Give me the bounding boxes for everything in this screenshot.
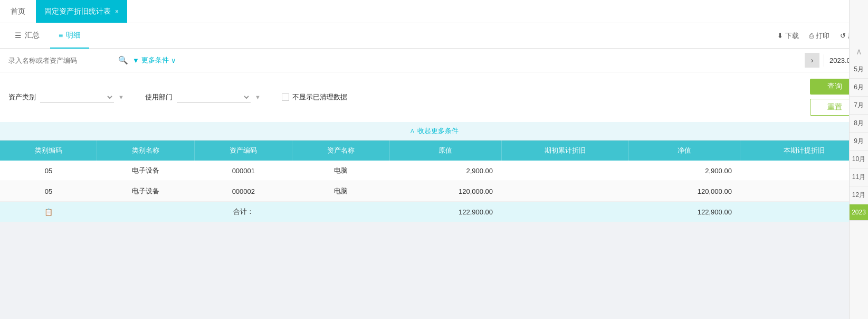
col-asset-name: 资产名称	[292, 140, 390, 161]
print-icon: ⎙	[809, 32, 814, 40]
sidebar-up-arrow[interactable]: ∧	[856, 42, 862, 61]
total-net-value: 122,900.00	[629, 202, 740, 222]
print-action[interactable]: ⎙ 打印	[809, 31, 829, 41]
more-conditions-button[interactable]: ▼ 更多条件 ∨	[132, 55, 176, 65]
sidebar-month-11[interactable]: 11月	[850, 168, 868, 186]
more-conditions-label: 更多条件	[141, 55, 169, 65]
sidebar-month-10[interactable]: 10月	[850, 151, 868, 168]
department-select[interactable]	[177, 91, 251, 103]
collapse-bar[interactable]: ∧ 收起更多条件	[0, 122, 868, 140]
table-total-row: 📋 合计： 122,900.00 122,900.00	[0, 202, 868, 222]
table-row: 05 电子设备 000001 电脑 2,900.00 2,900.00	[0, 161, 868, 181]
cell-asset-name: 电脑	[292, 181, 390, 202]
download-label: 下载	[785, 31, 799, 41]
sub-tabs-left: ☰ 汇总 ≡ 明细	[6, 23, 89, 49]
total-accumulated-depreciation	[501, 202, 629, 222]
data-table: 类别编码 类别名称 资产编码 资产名称 原值 期初累计折旧 净值 本期计提折旧 …	[0, 140, 868, 222]
cell-category-code: 05	[0, 161, 97, 181]
total-icon: 📋	[0, 202, 97, 222]
col-original-value: 原值	[390, 140, 501, 161]
sub-tabs-bar: ☰ 汇总 ≡ 明细 ⬇ 下载 ⎙ 打印 ↺ 刷新	[0, 23, 868, 49]
cell-asset-name: 电脑	[292, 161, 390, 181]
search-icon[interactable]: 🔍	[118, 55, 128, 65]
nav-tab-label: 固定资产折旧统计表	[44, 7, 111, 16]
refresh-icon: ↺	[840, 32, 846, 40]
summary-icon: ☰	[15, 31, 22, 40]
main-wrapper: ☰ 汇总 ≡ 明细 ⬇ 下载 ⎙ 打印 ↺ 刷新	[0, 23, 868, 319]
cell-net-value: 120,000.00	[629, 181, 740, 202]
department-field: 使用部门 ▼	[145, 91, 261, 103]
col-accumulated-depreciation: 期初累计折旧	[501, 140, 629, 161]
filter-row: 资产类别 ▼ 使用部门 ▼ 不显示已清理数据	[8, 79, 860, 122]
department-label: 使用部门	[145, 92, 173, 102]
hide-cleared-label: 不显示已清理数据	[292, 92, 347, 102]
download-action[interactable]: ⬇ 下载	[777, 31, 799, 41]
asset-category-field: 资产类别 ▼	[8, 91, 124, 103]
total-label: 合计：	[97, 202, 390, 222]
nav-tab-fixed-assets[interactable]: 固定资产折旧统计表 ×	[36, 0, 127, 23]
col-net-value: 净值	[629, 140, 740, 161]
top-nav: 首页 固定资产折旧统计表 × ×	[0, 0, 868, 23]
table-header-row: 类别编码 类别名称 资产编码 资产名称 原值 期初累计折旧 净值 本期计提折旧	[0, 140, 868, 161]
col-asset-code: 资产编码	[195, 140, 292, 161]
cell-accumulated-depreciation	[501, 181, 629, 202]
cell-asset-code: 000002	[195, 181, 292, 202]
cell-original-value: 120,000.00	[390, 181, 501, 202]
sidebar-month-8[interactable]: 8月	[850, 115, 868, 133]
table-body: 05 电子设备 000001 电脑 2,900.00 2,900.00 05 电…	[0, 161, 868, 222]
sidebar-month-9[interactable]: 9月	[850, 133, 868, 151]
filter-icon: ▼	[132, 57, 139, 64]
tab-summary-label: 汇总	[25, 31, 40, 40]
cell-category-name: 电子设备	[97, 181, 195, 202]
advanced-filter-panel: 资产类别 ▼ 使用部门 ▼ 不显示已清理数据	[0, 72, 868, 140]
chevron-down-icon: ∨	[171, 57, 176, 64]
search-input[interactable]	[8, 57, 114, 64]
department-chevron-icon: ▼	[255, 94, 261, 100]
table-row: 05 电子设备 000002 电脑 120,000.00 120,000.00	[0, 181, 868, 202]
sidebar-month-12[interactable]: 12月	[850, 186, 868, 204]
sidebar-month-6[interactable]: 6月	[850, 79, 868, 97]
cell-net-value: 2,900.00	[629, 161, 740, 181]
detail-icon: ≡	[59, 31, 63, 40]
col-category-code: 类别编码	[0, 140, 97, 161]
asset-category-chevron-icon: ▼	[118, 94, 124, 100]
col-category-name: 类别名称	[97, 140, 195, 161]
cell-category-code: 05	[0, 181, 97, 202]
nav-right-arrow-button[interactable]: ›	[805, 53, 819, 68]
hide-cleared-checkbox[interactable]	[282, 93, 289, 101]
cell-original-value: 2,900.00	[390, 161, 501, 181]
tab-summary[interactable]: ☰ 汇总	[6, 23, 48, 49]
cell-accumulated-depreciation	[501, 161, 629, 181]
sidebar-year[interactable]: 2023	[850, 204, 868, 221]
asset-category-label: 资产类别	[8, 92, 36, 102]
hide-cleared-field: 不显示已清理数据	[282, 92, 347, 102]
right-sidebar: ∧ 5月 6月 7月 8月 9月 10月 11月 12月 2023	[849, 0, 868, 319]
cell-category-name: 电子设备	[97, 161, 195, 181]
total-original-value: 122,900.00	[390, 202, 501, 222]
download-icon: ⬇	[777, 32, 783, 40]
sidebar-month-7[interactable]: 7月	[850, 97, 868, 115]
tab-detail[interactable]: ≡ 明细	[50, 23, 89, 49]
nav-tab-close-icon[interactable]: ×	[115, 8, 119, 15]
filter-bar: 🔍 ▼ 更多条件 ∨ › 2023.01	[0, 49, 868, 72]
main-content: ☰ 汇总 ≡ 明细 ⬇ 下载 ⎙ 打印 ↺ 刷新	[0, 23, 868, 319]
sidebar-month-5[interactable]: 5月	[850, 61, 868, 79]
print-label: 打印	[816, 31, 829, 41]
nav-home[interactable]: 首页	[0, 0, 36, 23]
asset-category-select[interactable]	[40, 91, 114, 103]
tab-detail-label: 明细	[66, 31, 81, 40]
data-table-container: 类别编码 类别名称 资产编码 资产名称 原值 期初累计折旧 净值 本期计提折旧 …	[0, 140, 868, 222]
cell-asset-code: 000001	[195, 161, 292, 181]
